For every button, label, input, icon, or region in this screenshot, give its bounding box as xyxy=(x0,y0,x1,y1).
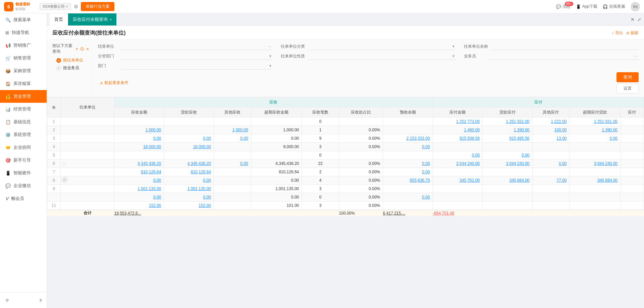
td-ap-amount[interactable]: 0.00 xyxy=(433,151,482,160)
trial-button[interactable]: 体验行业方案 xyxy=(81,2,114,11)
user-avatar[interactable]: Rit xyxy=(631,2,640,11)
td-ar-amount[interactable]: 0.00 xyxy=(114,193,164,202)
td-other-ap[interactable]: 1,222.00 xyxy=(532,118,570,126)
td-loan-ar[interactable]: 4,345,436.20 xyxy=(164,160,214,168)
td-overdue-ap[interactable]: 3,044,240.00 xyxy=(570,160,621,168)
td-loan-ap[interactable]: 3,044,240.00 xyxy=(483,160,532,168)
sidebar-item-member[interactable]: Ⅴ 畅会员 xyxy=(0,192,47,205)
app-download-button[interactable]: 📱 App下载 xyxy=(576,4,597,9)
td-advance-balance[interactable] xyxy=(383,185,433,193)
td-advance-balance[interactable]: 2,153,333.00 xyxy=(383,134,433,143)
td-advance-balance[interactable]: 0.00 xyxy=(383,193,433,202)
footer-advance-balance[interactable]: 6,417,215.... xyxy=(383,210,433,216)
breadcrumb[interactable]: XXX有限公司 ▾ xyxy=(40,3,71,10)
close-window-icon[interactable]: ✕ xyxy=(631,17,635,22)
td-loan-ar[interactable]: 0.00 xyxy=(164,176,214,185)
sidebar-item-marketing[interactable]: 📢 营销推广 xyxy=(0,39,47,52)
td-ap-amount[interactable]: 345,761.00 xyxy=(433,176,482,185)
td-other-ar[interactable] xyxy=(214,202,251,210)
sidebar-item-sales[interactable]: 🛒 销售管理 xyxy=(0,52,47,64)
sidebar-item-hardware[interactable]: 📱 智能硬件 xyxy=(0,167,47,179)
td-overdue-ap[interactable] xyxy=(570,143,621,151)
td-other-ap[interactable] xyxy=(532,193,570,202)
td-other-ap[interactable] xyxy=(532,185,570,193)
sidebar-item-basic[interactable]: 📋 基础信息 xyxy=(0,116,47,128)
td-ap-amount[interactable] xyxy=(433,202,482,210)
td-other-ar[interactable] xyxy=(214,168,251,176)
td-loan-ar[interactable] xyxy=(164,151,214,160)
tab-close-icon[interactable]: × xyxy=(110,17,112,21)
td-loan-ap[interactable] xyxy=(483,168,532,176)
td-loan-ar[interactable]: 0.00 xyxy=(164,134,214,143)
add-scheme-icon[interactable]: + xyxy=(75,46,78,51)
td-other-ap[interactable] xyxy=(532,143,570,151)
sidebar-item-management[interactable]: 📊 经营管理 xyxy=(0,103,47,116)
td-advance-balance[interactable] xyxy=(383,118,433,126)
sidebar-item-finance[interactable]: 💰 资金管理 xyxy=(0,90,47,103)
td-ap-amount[interactable]: 1,252,773.00 xyxy=(433,118,482,126)
td-advance-balance[interactable] xyxy=(383,151,433,160)
gear-icon[interactable]: ⚙ xyxy=(74,4,78,10)
td-other-ar[interactable]: 1,000.00 xyxy=(214,126,251,134)
unit-name-input[interactable] xyxy=(491,43,639,50)
td-other-ar[interactable] xyxy=(214,151,251,160)
query-button[interactable]: 查询 xyxy=(616,72,639,82)
td-overdue-ap[interactable] xyxy=(570,185,621,193)
td-overdue-ap[interactable] xyxy=(570,202,621,210)
td-ap-amount[interactable] xyxy=(433,193,482,202)
td-ar-amount[interactable] xyxy=(114,118,164,126)
scheme-by-staff[interactable]: ○ 按业务员 xyxy=(54,64,89,72)
td-loan-ap[interactable] xyxy=(483,202,532,210)
td-other-ap[interactable]: 0.00 xyxy=(532,160,570,168)
maximize-icon[interactable]: ⤢ xyxy=(637,17,641,22)
td-ap-amount[interactable]: 3,044,240.00 xyxy=(433,160,482,168)
td-advance-balance[interactable]: 0.00 xyxy=(383,168,433,176)
dept-manager-select[interactable]: ▾ xyxy=(121,53,273,60)
td-ap-amount[interactable] xyxy=(433,143,482,151)
td-loan-ap[interactable]: 1,251,551.00 xyxy=(483,118,532,126)
td-ar-amount[interactable]: 4,345,436.20 xyxy=(114,160,164,168)
export-button[interactable]: ↑ 导出 xyxy=(612,30,623,36)
td-loan-ar[interactable]: 1,001,135.00 xyxy=(164,185,214,193)
td-other-ap[interactable]: 100.00 xyxy=(532,126,570,134)
scheme-by-unit[interactable]: ● 按往来单位 xyxy=(54,56,89,64)
sidebar-collapse[interactable]: ⏸ xyxy=(33,295,47,305)
td-other-ar[interactable]: 0.00 xyxy=(214,134,251,143)
td-loan-ar[interactable] xyxy=(164,118,214,126)
sidebar-item-system[interactable]: ⚙️ 系统管理 xyxy=(0,128,47,141)
footer-ar-amount[interactable]: 19,553,472.6... xyxy=(114,210,164,216)
td-ar-amount[interactable]: 152.00 xyxy=(114,202,164,210)
th-settings[interactable]: ⚙ xyxy=(47,97,61,118)
td-other-ap[interactable]: 13.00 xyxy=(532,134,570,143)
tab-ar-ap[interactable]: 应收应付余额查询 × xyxy=(68,13,117,26)
td-loan-ap[interactable]: 915,495.56 xyxy=(483,134,532,143)
td-other-ar[interactable] xyxy=(214,118,251,126)
unit-nature-select[interactable]: ▾ xyxy=(308,53,455,60)
td-loan-ar[interactable]: 18,000.00 xyxy=(164,143,214,151)
td-other-ar[interactable] xyxy=(214,185,251,193)
sidebar-item-warehouse[interactable]: 🏠 库存核算 xyxy=(0,77,47,90)
salesman-input[interactable]: ··· xyxy=(487,53,639,60)
td-other-ar[interactable] xyxy=(214,176,251,185)
td-ar-amount[interactable]: 18,000.00 xyxy=(114,143,164,151)
message-button[interactable]: 💬 消息 99+ xyxy=(556,4,571,9)
td-overdue-ap[interactable]: 0.00 xyxy=(570,134,621,143)
sidebar-item-enterprise[interactable]: 🤝 企业协同 xyxy=(0,141,47,154)
td-loan-ap[interactable]: 0.00 xyxy=(483,151,532,160)
sidebar-item-guide[interactable]: 🎯 新手引导 xyxy=(0,154,47,167)
td-advance-balance[interactable]: 655,636.75 xyxy=(383,176,433,185)
td-ap-amount[interactable] xyxy=(433,185,482,193)
td-overdue-ap[interactable]: 1,251,551.00 xyxy=(570,118,621,126)
td-other-ap[interactable] xyxy=(532,168,570,176)
td-other-ar[interactable] xyxy=(214,193,251,202)
td-advance-balance[interactable] xyxy=(383,126,433,134)
td-other-ar[interactable]: 0.00 xyxy=(214,160,251,168)
sidebar-item-quicknav[interactable]: ⊞ 快捷导航 xyxy=(0,26,47,39)
td-ar-amount[interactable]: 1,001,135.00 xyxy=(114,185,164,193)
td-advance-balance[interactable]: 0.00 xyxy=(383,160,433,168)
td-other-ap[interactable]: 77.00 xyxy=(532,176,570,185)
td-loan-ap[interactable] xyxy=(483,143,532,151)
td-advance-balance[interactable]: 0.00 xyxy=(383,143,433,151)
sidebar-item-wechat[interactable]: 💬 企业微信 xyxy=(0,179,47,192)
td-loan-ap[interactable]: 1,390.00 xyxy=(483,126,532,134)
